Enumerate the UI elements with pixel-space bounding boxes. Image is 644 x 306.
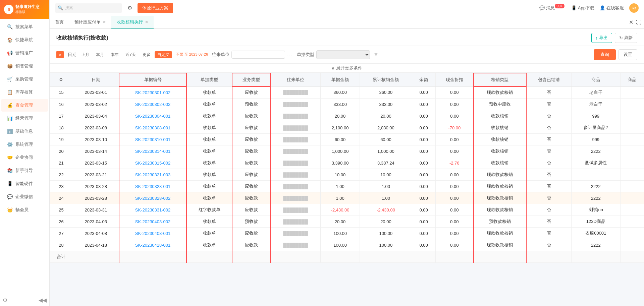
tab-verify-close[interactable]: ✕ xyxy=(145,20,148,24)
export-button[interactable]: ↑ 导出 xyxy=(591,33,612,43)
td-no: 25 xyxy=(50,204,73,216)
order-no-link[interactable]: SK-20230403-002 xyxy=(135,219,171,224)
td-verify-type: 收款核销 xyxy=(474,157,526,169)
order-no-link[interactable]: SK-20230328-002 xyxy=(135,196,171,201)
sidebar-icon-fund-mgmt: 💰 xyxy=(7,103,13,108)
sidebar-item-search-menu[interactable]: 🔍搜索菜单 xyxy=(1,20,48,33)
table-row: 21 2023-03-15 SK-20230315-002 收款单 应收款 ██… xyxy=(50,157,644,169)
date-btn-7days[interactable]: 近7天 xyxy=(123,51,139,58)
th-amount[interactable]: 单据金额 xyxy=(320,73,360,86)
td-balance: 0.00 xyxy=(412,239,435,251)
expand-more-button[interactable]: ∨ 展开更多条件 xyxy=(50,64,644,72)
date-btn-this-year[interactable]: 本年 xyxy=(108,51,121,58)
td-order-no: SK-20230315-002 xyxy=(119,157,187,169)
date-btn-this-month[interactable]: 本月 xyxy=(93,51,107,58)
query-button[interactable]: 查询 xyxy=(594,49,616,60)
refresh-button[interactable]: ↻ 刷新 xyxy=(615,33,637,43)
sidebar-item-biz-mgmt[interactable]: 📊经营管理 xyxy=(1,112,48,125)
tab-verify[interactable]: 收款核销执行 ✕ xyxy=(111,16,154,28)
logo-sub: 标推版 xyxy=(15,10,40,14)
td-order-no: SK-20230302-002 xyxy=(119,99,187,110)
filter-toggle-button[interactable]: » xyxy=(56,51,64,58)
order-no-link[interactable]: SK-20230315-002 xyxy=(135,161,171,166)
sidebar-item-fund-mgmt[interactable]: 💰资金管理 xyxy=(1,99,48,112)
td-verify-type: 收款核销 xyxy=(474,134,526,145)
td-amount: 100.00 xyxy=(320,239,360,251)
sidebar-item-members[interactable]: 👑畅会员 xyxy=(1,203,48,216)
order-no-link[interactable]: SK-20230314-001 xyxy=(135,149,171,154)
sidebar-item-enterprise-wechat[interactable]: 💬企业微信 xyxy=(1,190,48,203)
receipt-type-filter-group: 单据类型 ▼ xyxy=(297,50,379,59)
tab-prepay[interactable]: 预计应应付单 ✕ xyxy=(69,16,111,28)
th-verify-type[interactable]: 核销类型 xyxy=(474,73,526,86)
th-settings[interactable]: ⚙ xyxy=(50,73,73,86)
sidebar-item-inventory[interactable]: 📋库存核算 xyxy=(1,86,48,99)
td-include-settled: 否 xyxy=(526,181,572,192)
sidebar-item-marketing[interactable]: 📢营销推广 xyxy=(1,47,48,59)
order-no-link[interactable]: SK-20230331-002 xyxy=(135,207,171,212)
gear-icon[interactable]: ⚙ xyxy=(127,5,132,11)
sidebar-label-smart-hardware: 智能硬件 xyxy=(15,181,33,187)
user-avatar[interactable]: Rit xyxy=(629,3,639,13)
th-partner[interactable]: 往来单位 xyxy=(270,73,320,86)
sidebar-item-beginner-guide[interactable]: 📚新手引导 xyxy=(1,164,48,177)
td-biz-type: 应收款 xyxy=(232,181,270,192)
sidebar-item-smart-hardware[interactable]: 📱智能硬件 xyxy=(1,177,48,190)
td-receipt-type: 收款单 xyxy=(186,86,232,99)
settings-icon[interactable]: ⚙ xyxy=(3,297,7,303)
partner-input[interactable] xyxy=(231,51,285,59)
order-no-link[interactable]: SK-20230308-001 xyxy=(135,125,171,130)
order-no-link[interactable]: SK-20230418-001 xyxy=(135,243,171,248)
sidebar-item-sales-mgmt[interactable]: 📦销售管理 xyxy=(1,60,48,72)
td-amount: 360.00 xyxy=(320,86,360,99)
td-product2 xyxy=(620,216,644,228)
td-include-settled: 否 xyxy=(526,145,572,157)
th-include-settled[interactable]: 包含已结清 xyxy=(526,73,572,86)
sidebar-label-enterprise-collab: 企业协同 xyxy=(15,155,33,161)
td-balance: 0.00 xyxy=(412,99,435,110)
date-btn-more[interactable]: 更多 xyxy=(140,51,153,58)
settings-button[interactable]: 设置 xyxy=(619,49,637,60)
order-no-link[interactable]: SK-20230301-002 xyxy=(135,90,171,95)
th-date[interactable]: 日期 xyxy=(73,73,119,86)
th-product[interactable]: 商品 xyxy=(571,73,620,86)
sidebar-item-basic-info[interactable]: ℹ️基础信息 xyxy=(1,125,48,138)
th-biz-type[interactable]: 业务类型 xyxy=(232,73,270,86)
sidebar-icon-sales-mgmt: 📦 xyxy=(7,63,13,69)
tab-prepay-close[interactable]: ✕ xyxy=(103,20,106,24)
app-download-item[interactable]: 📱 App下载 xyxy=(571,5,594,11)
order-no-link[interactable]: SK-20230408-001 xyxy=(135,231,171,236)
collapse-icon[interactable]: ◀◀ xyxy=(39,297,47,303)
sidebar-item-purchase-mgmt[interactable]: 🛒采购管理 xyxy=(1,73,48,85)
sidebar-item-quick-nav[interactable]: 🏠快捷导航 xyxy=(1,34,48,46)
th-order-no[interactable]: 单据编号 xyxy=(119,73,187,86)
industry-solution-button[interactable]: 体验行业方案 xyxy=(138,3,173,13)
td-cumulative: 100.00 xyxy=(360,228,412,239)
sidebar-item-sys-mgmt[interactable]: ⚙️系统管理 xyxy=(1,138,48,151)
message-icon: 💬 xyxy=(539,5,545,10)
search-bar[interactable]: 🔍 搜索 xyxy=(55,3,122,13)
th-cash-discount[interactable]: 现金折扣 xyxy=(435,73,474,86)
th-cumulative[interactable]: 累计核销金额 xyxy=(360,73,412,86)
tab-home[interactable]: 首页 xyxy=(50,16,69,28)
order-no-link[interactable]: SK-20230328-001 xyxy=(135,184,171,189)
th-receipt-type[interactable]: 单据类型 xyxy=(186,73,232,86)
sidebar-item-enterprise-collab[interactable]: 🤝企业协同 xyxy=(1,151,48,164)
date-btn-last-month[interactable]: 上月 xyxy=(78,51,92,58)
close-all-icon[interactable]: ✕ xyxy=(629,19,633,25)
td-cumulative: -2,430.00 xyxy=(360,204,412,216)
th-product2[interactable]: 商品 xyxy=(620,73,644,86)
sidebar-label-sys-mgmt: 系统管理 xyxy=(15,141,33,147)
message-item[interactable]: 💬 消息 99+ xyxy=(539,5,566,11)
maximize-icon[interactable]: ⛶ xyxy=(636,19,641,25)
date-btn-custom[interactable]: 自定义 xyxy=(155,51,172,58)
td-biz-type: 应收款 xyxy=(232,169,270,181)
sidebar-nav: 🔍搜索菜单🏠快捷导航📢营销推广📦销售管理🛒采购管理📋库存核算💰资金管理📊经营管理… xyxy=(0,19,49,294)
order-no-link[interactable]: SK-20230304-001 xyxy=(135,114,171,119)
order-no-link[interactable]: SK-20230302-002 xyxy=(135,102,171,107)
receipt-type-select[interactable] xyxy=(316,50,370,59)
online-service-item[interactable]: 👤 在线客服 xyxy=(600,5,624,11)
th-balance[interactable]: 余额 xyxy=(412,73,435,86)
order-no-link[interactable]: SK-20230310-001 xyxy=(135,137,171,142)
order-no-link[interactable]: SK-20230321-003 xyxy=(135,172,171,177)
